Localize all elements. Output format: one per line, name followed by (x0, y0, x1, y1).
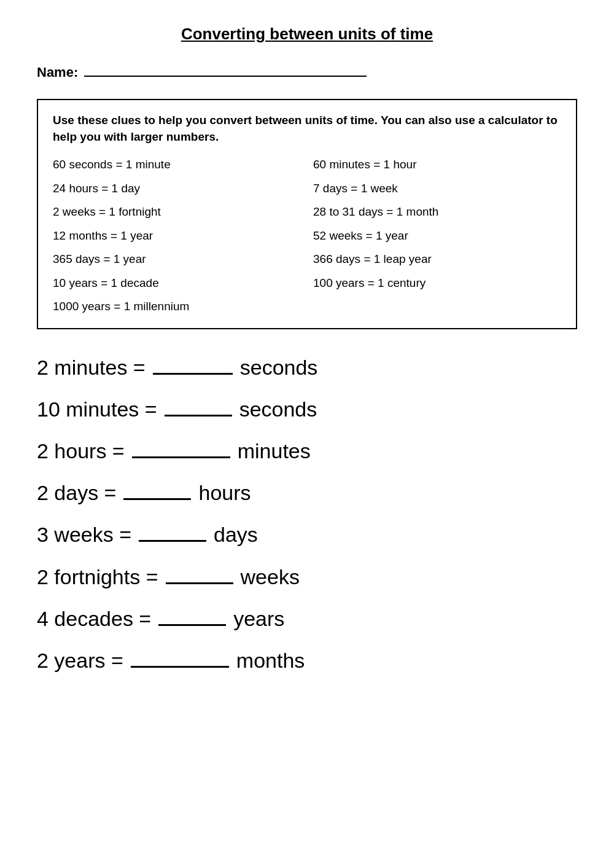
clues-grid: 60 seconds = 1 minute 60 minutes = 1 hou… (53, 156, 561, 316)
q-answer-blank[interactable] (132, 439, 230, 458)
clue-item: 2 weeks = 1 fortnight (53, 203, 301, 221)
q-suffix: weeks (241, 563, 300, 590)
name-input-line (84, 62, 367, 77)
question-row-8: 2 years = months (37, 647, 577, 674)
question-row-4: 2 days = hours (37, 479, 577, 506)
clue-item: 24 hours = 1 day (53, 180, 301, 198)
q-answer-blank[interactable] (153, 355, 233, 375)
clue-item: 1000 years = 1 millennium (53, 298, 561, 316)
clue-item: 12 months = 1 year (53, 227, 301, 245)
q-prefix: 2 hours = (37, 437, 125, 464)
q-suffix: years (233, 605, 284, 632)
q-suffix: minutes (238, 437, 311, 464)
questions-section: 2 minutes = seconds 10 minutes = seconds… (37, 354, 577, 674)
q-prefix: 2 fortnights = (37, 563, 158, 590)
q-answer-blank[interactable] (166, 565, 233, 584)
clue-item: 60 minutes = 1 hour (313, 156, 561, 174)
q-answer-blank[interactable] (131, 648, 229, 668)
q-prefix: 2 years = (37, 647, 123, 674)
clue-item: 10 years = 1 decade (53, 275, 301, 292)
clue-item: 365 days = 1 year (53, 251, 301, 268)
q-prefix: 3 weeks = (37, 521, 131, 548)
clue-item: 7 days = 1 week (313, 180, 561, 198)
clue-item: 366 days = 1 leap year (313, 251, 561, 268)
question-row-3: 2 hours = minutes (37, 437, 577, 464)
question-row-2: 10 minutes = seconds (37, 396, 577, 423)
q-suffix: months (236, 647, 305, 674)
q-answer-blank[interactable] (123, 480, 191, 500)
q-prefix: 2 minutes = (37, 354, 146, 381)
question-row-1: 2 minutes = seconds (37, 354, 577, 381)
clues-box: Use these clues to help you convert betw… (37, 99, 577, 329)
question-row-5: 3 weeks = days (37, 521, 577, 548)
q-prefix: 4 decades = (37, 605, 151, 632)
q-suffix: seconds (239, 396, 317, 423)
q-answer-blank[interactable] (139, 522, 206, 542)
q-prefix: 10 minutes = (37, 396, 157, 423)
q-answer-blank[interactable] (165, 397, 232, 416)
question-row-7: 4 decades = years (37, 605, 577, 632)
q-prefix: 2 days = (37, 479, 116, 506)
page-title: Converting between units of time (37, 25, 577, 44)
name-label: Name: (37, 65, 78, 80)
clue-item: 52 weeks = 1 year (313, 227, 561, 245)
clue-item: 28 to 31 days = 1 month (313, 203, 561, 221)
q-suffix: seconds (240, 354, 318, 381)
q-suffix: days (214, 521, 258, 548)
q-suffix: hours (198, 479, 251, 506)
clue-item: 60 seconds = 1 minute (53, 156, 301, 174)
clues-intro: Use these clues to help you convert betw… (53, 112, 561, 145)
question-row-6: 2 fortnights = weeks (37, 563, 577, 590)
clue-item: 100 years = 1 century (313, 275, 561, 292)
q-answer-blank[interactable] (158, 606, 226, 626)
